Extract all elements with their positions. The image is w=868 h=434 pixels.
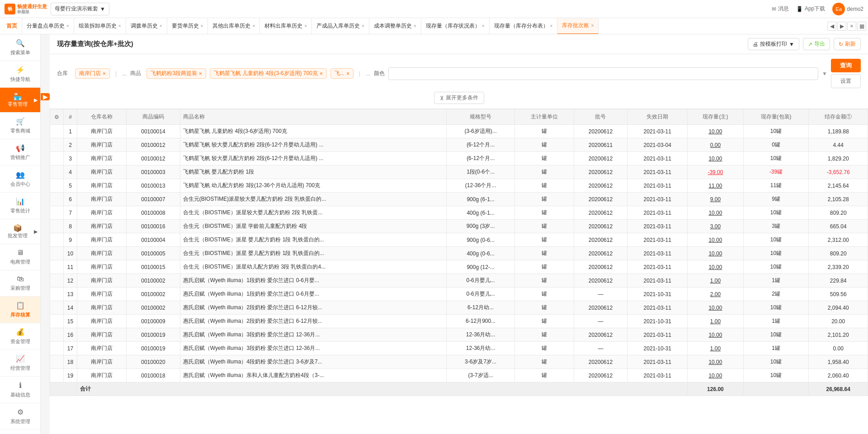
user-menu[interactable]: Ea demo2 (832, 3, 863, 15)
row-stock-main[interactable]: 10.00 (688, 247, 743, 260)
row-settings[interactable] (50, 247, 64, 260)
tab-1-close[interactable]: × (66, 24, 69, 28)
tab-7-close[interactable]: × (362, 24, 364, 28)
row-settings[interactable] (50, 179, 64, 193)
warehouse-tag-close[interactable]: × (103, 71, 106, 77)
sidebar-item-members[interactable]: 👥 会员中心 (0, 166, 40, 193)
row-stock-main[interactable]: 1.00 (688, 315, 743, 328)
expand-conditions-button[interactable]: ⊻ 展开更多条件 (434, 92, 484, 104)
warehouse-more[interactable]: ... (122, 71, 127, 77)
row-settings[interactable] (50, 342, 64, 355)
row-settings[interactable] (50, 233, 64, 247)
row-stock-main[interactable]: 10.00 (688, 369, 743, 382)
industry-selector[interactable]: 母婴行业演示账套 ▼ (51, 3, 109, 15)
tab-5[interactable]: 其他出库单历史 × (208, 18, 260, 34)
sidebar-item-finance[interactable]: 💰 资金管理 (0, 323, 40, 350)
row-stock-main[interactable]: 1.00 (688, 274, 743, 288)
sidebar-item-system[interactable]: ⚙ 系统管理 (0, 403, 40, 430)
row-stock-main[interactable]: 10.00 (688, 152, 743, 165)
row-settings[interactable] (50, 301, 64, 315)
tab-5-close[interactable]: × (252, 24, 255, 28)
tab-9-close[interactable]: × (482, 24, 485, 28)
message-button[interactable]: ✉ 消息 (772, 5, 789, 13)
sidebar-item-inventory[interactable]: 📋 库存核算 (0, 297, 40, 323)
sidebar-item-retail-stats[interactable]: 📊 零售统计 (0, 193, 40, 219)
color-filter-input[interactable] (388, 67, 818, 80)
sidebar-item-basic-info[interactable]: ℹ 基础信息 (0, 377, 40, 403)
product-tag-3[interactable]: 飞... × (330, 68, 354, 79)
left-panel-toggle[interactable]: ▶ (41, 93, 50, 100)
sidebar-item-enterprise[interactable]: 🤝 企业协同 (0, 430, 40, 434)
row-stock-main[interactable]: 10.00 (688, 328, 743, 342)
product-tag-2-close[interactable]: × (320, 71, 323, 77)
row-stock-main[interactable]: 10.00 (688, 301, 743, 315)
tab-10-close[interactable]: × (550, 24, 553, 28)
sidebar-item-retail-shop[interactable]: 🛒 零售商城 (0, 113, 40, 139)
tab-3[interactable]: 调拨单历史 × (126, 18, 167, 34)
row-settings[interactable] (50, 328, 64, 342)
sidebar-item-purchase[interactable]: 🛍 采购管理 (0, 270, 40, 297)
row-settings[interactable] (50, 165, 64, 179)
tab-11[interactable]: 库存批次账 × (557, 18, 599, 34)
row-stock-main[interactable]: 10.00 (688, 355, 743, 369)
tab-11-close[interactable]: × (591, 23, 594, 28)
refresh-button[interactable]: ↻ 刷新 (834, 38, 861, 50)
tab-10[interactable]: 现存量（库存分布表） × (490, 18, 558, 34)
template-print-button[interactable]: 🖨 按模板打印 ▼ (748, 38, 799, 50)
row-stock-main[interactable]: 10.00 (688, 125, 743, 138)
row-settings[interactable] (50, 125, 64, 138)
sidebar-item-shortcut[interactable]: ⚡ 快捷导航 (0, 61, 40, 88)
product-tag-1[interactable]: 飞鹤奶粉3段两提装 × (146, 68, 206, 79)
sidebar-item-retail-management[interactable]: 🏪 零售管理 ▶ (0, 88, 40, 113)
tab-home[interactable]: 首页 (2, 18, 22, 34)
product-more[interactable]: ... (366, 71, 370, 77)
tab-8-close[interactable]: × (414, 24, 416, 28)
row-stock-main[interactable]: 10.00 (688, 233, 743, 247)
sidebar-item-ecommerce[interactable]: 🖥 电商管理 (0, 244, 40, 270)
row-stock-main[interactable]: 10.00 (688, 206, 743, 220)
product-tag-2[interactable]: 飞鹤星飞帆 儿童奶粉 4段(3-6岁适用) 700克 × (210, 68, 327, 79)
row-stock-main[interactable]: 1.00 (688, 342, 743, 355)
tab-prev-button[interactable]: ◀ (827, 22, 836, 31)
tab-4-close[interactable]: × (201, 24, 203, 28)
row-settings[interactable] (50, 152, 64, 165)
row-settings[interactable] (50, 355, 64, 369)
tab-7[interactable]: 产成品入库单历史 × (312, 18, 369, 34)
column-settings-icon[interactable]: ⚙ (54, 114, 59, 120)
settings-button[interactable]: 设置 (831, 74, 861, 88)
sidebar-item-business[interactable]: 📈 经营管理 (0, 350, 40, 377)
row-stock-main[interactable]: 0.00 (688, 138, 743, 152)
tab-3-close[interactable]: × (160, 24, 162, 28)
sidebar-item-wholesale[interactable]: 📦 批发管理 ▶ (0, 219, 40, 244)
col-settings[interactable]: ⚙ (50, 109, 64, 125)
tab-2-close[interactable]: × (118, 24, 121, 28)
app-download-button[interactable]: 📱 App下载 (796, 5, 825, 13)
warehouse-filter-tag[interactable]: 南岸门店 × (75, 68, 110, 79)
row-stock-main[interactable]: 10.00 (688, 260, 743, 274)
row-settings[interactable] (50, 220, 64, 233)
tab-next-button[interactable]: ▶ (837, 22, 846, 31)
row-stock-main[interactable]: -39.00 (688, 165, 743, 179)
row-settings[interactable] (50, 315, 64, 328)
product-tag-1-close[interactable]: × (199, 71, 202, 77)
tab-close-all-button[interactable]: × (847, 22, 856, 31)
tab-4[interactable]: 要货单历史 × (167, 18, 208, 34)
tab-2[interactable]: 组装拆卸单历史 × (74, 18, 126, 34)
row-settings[interactable] (50, 206, 64, 220)
tab-8[interactable]: 成本调整单历史 × (369, 18, 421, 34)
sidebar-item-search[interactable]: 🔍 搜索菜单 (0, 34, 40, 61)
tab-9[interactable]: 现存量（库存状况表） × (421, 18, 490, 34)
row-settings[interactable] (50, 193, 64, 206)
row-settings[interactable] (50, 260, 64, 274)
row-settings[interactable] (50, 274, 64, 288)
row-settings[interactable] (50, 288, 64, 301)
row-stock-main[interactable]: 9.00 (688, 193, 743, 206)
row-stock-main[interactable]: 3.00 (688, 220, 743, 233)
export-button[interactable]: ↗ 导出 (803, 38, 830, 50)
tab-6-close[interactable]: × (304, 24, 307, 28)
row-stock-main[interactable]: 2.00 (688, 288, 743, 301)
tab-1[interactable]: 分量盘点单历史 × (22, 18, 74, 34)
row-settings[interactable] (50, 369, 64, 382)
row-settings[interactable] (50, 138, 64, 152)
row-stock-main[interactable]: 11.00 (688, 179, 743, 193)
